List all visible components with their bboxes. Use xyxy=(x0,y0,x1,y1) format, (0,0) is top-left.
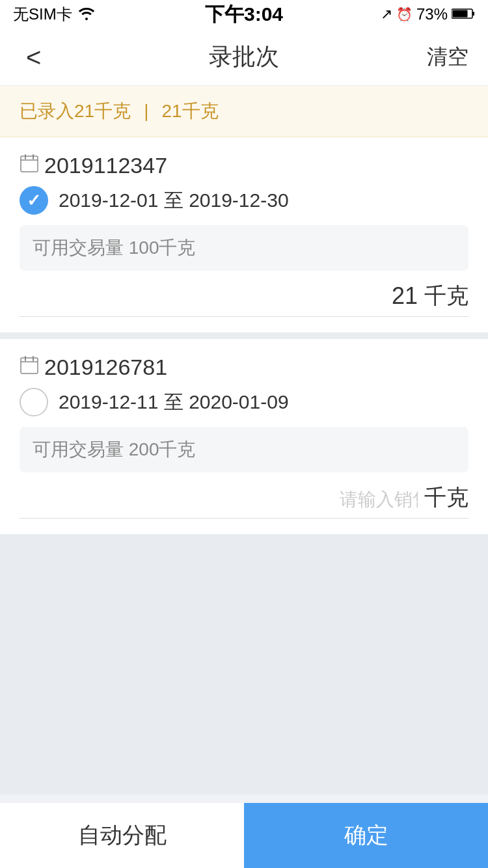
status-time: 下午3:04 xyxy=(205,1,283,28)
svg-rect-2 xyxy=(453,10,468,18)
batch-id-icon-2 xyxy=(20,355,39,380)
info-divider: | xyxy=(144,101,148,122)
status-bar: 无SIM卡 下午3:04 ↗ ⏰ 73% xyxy=(0,0,488,29)
info-banner: 已录入21千克 | 21千克 xyxy=(0,86,488,137)
quantity-unit-1: 千克 xyxy=(424,281,468,311)
status-left: 无SIM卡 xyxy=(13,4,96,25)
batch-row-1: 2019-12-01 至 2019-12-30 xyxy=(20,186,468,215)
battery-label: 73% xyxy=(416,5,448,23)
page-title: 录批次 xyxy=(209,41,279,73)
batch-id-1: 2019112347 xyxy=(44,153,167,178)
batch-date-1: 2019-12-01 至 2019-12-30 xyxy=(59,187,289,214)
bottom-bar: 自动分配 确定 xyxy=(0,803,488,868)
confirm-button[interactable]: 确定 xyxy=(244,803,488,868)
auto-distribute-button[interactable]: 自动分配 xyxy=(0,803,244,868)
quantity-input-2[interactable] xyxy=(340,484,418,511)
recorded-label: 已录入21千克 xyxy=(20,99,131,124)
nav-bar: < 录批次 清空 xyxy=(0,29,488,86)
batch-row-2: 2019-12-11 至 2020-01-09 xyxy=(20,388,468,416)
radio-1[interactable] xyxy=(20,186,48,215)
section-divider xyxy=(0,332,488,339)
status-right: ↗ ⏰ 73% xyxy=(381,5,475,23)
carrier-label: 无SIM卡 xyxy=(13,4,72,25)
radio-2[interactable] xyxy=(20,388,48,416)
auto-distribute-label: 自动分配 xyxy=(78,821,167,850)
quantity-input-1[interactable] xyxy=(340,282,418,310)
batch-header-2: 2019126781 xyxy=(20,355,468,380)
confirm-label: 确定 xyxy=(344,821,388,850)
svg-rect-3 xyxy=(21,156,38,172)
batch-date-2: 2019-12-11 至 2020-01-09 xyxy=(59,389,289,416)
batch-input-row-2: 千克 xyxy=(20,483,468,519)
quantity-unit-2: 千克 xyxy=(424,483,468,513)
wifi-icon xyxy=(77,5,96,25)
batch-input-row-1: 千克 xyxy=(20,281,468,317)
batch-id-icon-1 xyxy=(20,154,39,178)
empty-area xyxy=(0,534,488,794)
batch-header-1: 2019112347 xyxy=(20,153,468,178)
battery-icon xyxy=(452,5,475,23)
batch-id-2: 2019126781 xyxy=(44,355,167,380)
back-button[interactable]: < xyxy=(20,38,47,77)
svg-rect-1 xyxy=(472,12,474,16)
batch-availability-1: 可用交易量 100千克 xyxy=(20,225,468,271)
svg-rect-7 xyxy=(21,358,38,373)
total-label: 21千克 xyxy=(161,99,218,124)
location-icon: ↗ xyxy=(381,6,392,23)
batch-availability-2: 可用交易量 200千克 xyxy=(20,427,468,472)
alarm-icon: ⏰ xyxy=(396,7,413,22)
batch-list: 2019112347 2019-12-01 至 2019-12-30 可用交易量… xyxy=(0,137,488,534)
clear-button[interactable]: 清空 xyxy=(427,43,468,72)
batch-item-1: 2019112347 2019-12-01 至 2019-12-30 可用交易量… xyxy=(0,137,488,332)
batch-item-2: 2019126781 2019-12-11 至 2020-01-09 可用交易量… xyxy=(0,339,488,534)
